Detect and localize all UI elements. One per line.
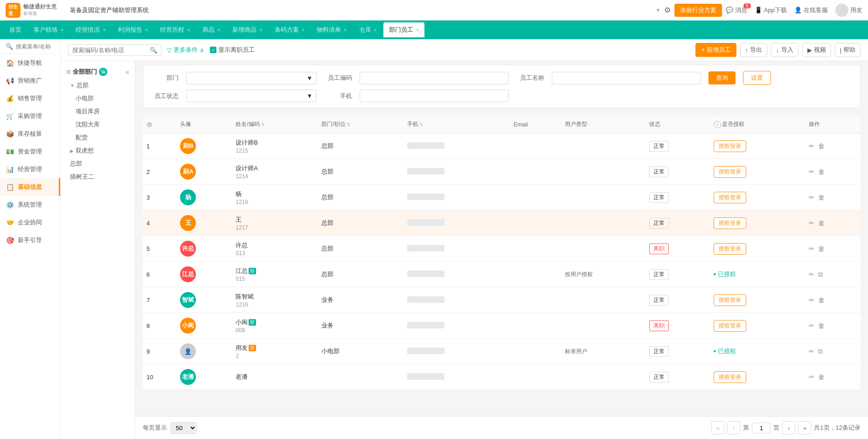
dept-filter-select[interactable]: ▼ (186, 72, 317, 84)
dept-edit-icon[interactable]: 编 (99, 68, 107, 76)
more-filter-btn[interactable]: ▽ 更多条件 ∧ (167, 46, 204, 54)
tab-goods-close[interactable]: × (217, 27, 220, 33)
col-dept[interactable]: 部门/职位⇅ (318, 116, 403, 133)
tab-barcode-close[interactable]: × (302, 27, 305, 33)
edit-icon-6[interactable]: ✏ (809, 271, 814, 278)
sidebar-item-operation[interactable]: 📊 经营管理 (0, 160, 60, 178)
import-button[interactable]: ↓ 导入 (771, 43, 799, 57)
delete-icon-5[interactable]: 🗑 (818, 245, 825, 252)
dept-item-peihuo[interactable]: 配货 (64, 131, 135, 144)
name-sort-icon[interactable]: ⇅ (261, 122, 264, 127)
edit-icon-5[interactable]: ✏ (809, 245, 814, 252)
delete-icon-7[interactable]: 🗑 (818, 296, 825, 304)
online-service-button[interactable]: 👤 在线客服 (794, 6, 828, 14)
delete-icon-4[interactable]: 🗑 (818, 219, 825, 227)
trial-button[interactable]: 体验行业方案 (674, 4, 722, 17)
tab-home[interactable]: 首页 (4, 22, 27, 37)
tab-operation-close[interactable]: × (103, 27, 105, 33)
edit-icon-1[interactable]: ✏ (809, 142, 814, 150)
auth-btn-4[interactable]: 授权登录 (714, 217, 746, 229)
sidebar-item-collab[interactable]: 🤝 企业协同 (0, 214, 60, 231)
auth-btn-3[interactable]: 授权登录 (714, 192, 746, 203)
tab-customer[interactable]: 客户联络× (28, 22, 69, 37)
show-resigned-toggle[interactable]: ✓ 显示离职员工 (210, 46, 255, 54)
dept-item-xiaodian[interactable]: 小电部 (64, 92, 135, 105)
tab-warehouse-close[interactable]: × (374, 27, 377, 33)
dept-item-shenyang[interactable]: 沈阳大库 (64, 118, 135, 131)
auth-btn-10[interactable]: 授权登录 (714, 371, 746, 383)
tab-goods[interactable]: 商品× (197, 22, 226, 37)
search-input[interactable] (72, 47, 147, 54)
auth-btn-5[interactable]: 授权登录 (714, 243, 746, 255)
tab-history-close[interactable]: × (187, 27, 190, 33)
sidebar-search-input[interactable] (16, 43, 53, 50)
message-button[interactable]: 💬 消息 5 (726, 6, 747, 14)
sidebar-search[interactable]: 🔍 (0, 39, 60, 54)
gear-icon[interactable]: ⚙ (664, 6, 671, 14)
edit-icon-8[interactable]: ✏ (809, 322, 814, 329)
export-button[interactable]: ↑ 导出 (740, 43, 768, 57)
prev-page-btn[interactable]: ‹ (727, 421, 740, 434)
col-settings-gear[interactable]: ⚙ (146, 121, 153, 128)
next-page-btn[interactable]: › (782, 421, 795, 434)
add-employee-button[interactable]: + 新增员工 (695, 43, 736, 57)
tab-history[interactable]: 经营历程× (154, 22, 195, 37)
delete-icon-10[interactable]: 🗑 (818, 373, 825, 381)
auth-btn-2[interactable]: 授权登录 (714, 166, 746, 178)
auth-btn-7[interactable]: 授权登录 (714, 294, 746, 306)
last-page-btn[interactable]: » (798, 421, 811, 434)
edit-icon-2[interactable]: ✏ (809, 168, 814, 175)
tab-customer-close[interactable]: × (61, 27, 63, 33)
sidebar-item-quicknav[interactable]: 🏠 快捷导航 (0, 54, 60, 72)
dept-group-chushu-header[interactable]: 插树王二 (64, 170, 135, 183)
sidebar-item-guide[interactable]: 🎯 新手引导 (0, 231, 60, 249)
tab-barcode[interactable]: 条码方案× (269, 22, 310, 37)
col-name[interactable]: 姓名/编码⇅ (232, 116, 318, 133)
dept-group-shuanghu-header[interactable]: ▶ 双虎想 (64, 144, 135, 157)
sidebar-item-marketing[interactable]: 📢 营销推广 (0, 72, 60, 90)
app-download-button[interactable]: 📱 App下载 (755, 6, 787, 14)
sidebar-item-finance[interactable]: 💵 资金管理 (0, 143, 60, 160)
phone-filter-input[interactable] (360, 90, 509, 102)
per-page-select[interactable]: 50 20 100 (171, 422, 197, 434)
edit-icon-4[interactable]: ✏ (809, 219, 814, 227)
query-button[interactable]: 查询 (708, 71, 736, 84)
edit-icon-10[interactable]: ✏ (809, 373, 814, 381)
tab-dept-staff[interactable]: 部门员工× (383, 22, 424, 37)
search-box[interactable]: 🔍 (68, 44, 161, 56)
edit-icon-7[interactable]: ✏ (809, 296, 814, 304)
edit-icon-9[interactable]: ✏ (809, 348, 814, 355)
delete-icon-8[interactable]: 🗑 (818, 322, 825, 329)
dept-all-header[interactable]: ⊞ 全部部门 编 « (61, 65, 135, 79)
sidebar-item-inventory[interactable]: 📦 库存核算 (0, 125, 60, 143)
auth-btn-1[interactable]: 授权登录 (714, 140, 746, 152)
dept-collapse-btn[interactable]: « (125, 68, 129, 76)
user-menu-button[interactable]: 用友 (835, 4, 862, 17)
phone-sort-icon[interactable]: ⇅ (419, 122, 423, 127)
status-filter-select[interactable]: ▼ (186, 90, 317, 102)
col-settings-icon[interactable]: ⚙ (143, 116, 176, 133)
sidebar-item-basic[interactable]: 📋 基础信息 (0, 178, 60, 196)
tab-newgoods-close[interactable]: × (259, 27, 262, 33)
dept-sort-icon[interactable]: ⇅ (347, 122, 350, 127)
first-page-btn[interactable]: « (711, 421, 724, 434)
tab-profit-close[interactable]: × (145, 27, 148, 33)
dept-item-project[interactable]: 项目库房 (64, 105, 135, 118)
col-phone[interactable]: 手机⇅ (403, 116, 510, 133)
tab-warehouse[interactable]: 仓库× (354, 22, 382, 37)
tab-new-goods[interactable]: 新增商品× (227, 22, 268, 37)
copy-icon-9[interactable]: ⧉ (818, 348, 823, 355)
dept-group-zongbu-header[interactable]: 总部 (64, 157, 135, 170)
sys-dropdown-arrow[interactable]: ▼ (656, 7, 660, 13)
dept-group-head-header[interactable]: ▼ 总部 (64, 79, 135, 92)
auth-btn-8[interactable]: 授权登录 (714, 320, 746, 332)
delete-icon-1[interactable]: 🗑 (818, 142, 825, 150)
delete-icon-2[interactable]: 🗑 (818, 168, 825, 175)
edit-icon-3[interactable]: ✏ (809, 194, 814, 201)
help-button[interactable]: | 帮助 (835, 43, 861, 57)
delete-icon-3[interactable]: 🗑 (818, 194, 825, 201)
page-input[interactable] (752, 423, 771, 433)
sidebar-item-system[interactable]: ⚙️ 系统管理 (0, 196, 60, 214)
settings-button[interactable]: 设置 (743, 71, 771, 85)
view-button[interactable]: ▶ 视频 (802, 43, 831, 57)
